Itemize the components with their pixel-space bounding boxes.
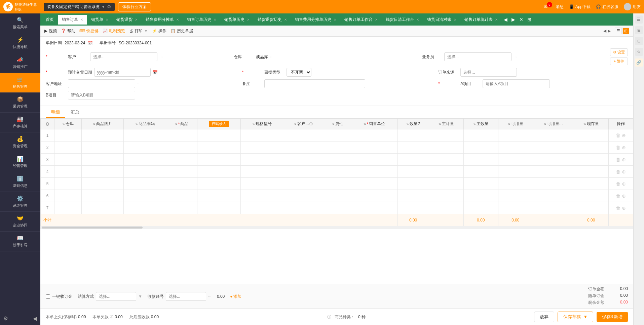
horizontal-scrollbar[interactable] <box>40 226 633 229</box>
delete-icon[interactable]: 🗑 <box>616 145 620 150</box>
right-icon-grid[interactable]: ⊞ <box>635 26 643 34</box>
note-input[interactable] <box>264 79 365 88</box>
th-main-unit[interactable]: ⇅主计量 <box>429 119 463 129</box>
tab-invoice-history[interactable]: 销货单历史 ✕ <box>220 15 254 25</box>
address-input[interactable] <box>68 79 135 88</box>
account-more-icon[interactable]: ··· <box>208 294 212 299</box>
th-product-code[interactable]: ⇅商品编码 <box>124 119 166 129</box>
view-video-item[interactable]: ▶ 视频 <box>44 28 57 34</box>
copy-icon[interactable]: ⊕ <box>622 169 626 174</box>
attachment-button[interactable]: + 附件 <box>610 57 628 65</box>
tab-order-stats[interactable]: 销售订单统计表 ✕ <box>460 15 502 25</box>
right-icon-link[interactable]: 🔗 <box>635 58 643 67</box>
history-item[interactable]: 📋 历史单据 <box>171 28 193 34</box>
tab-expense-history[interactable]: 销售费用分摊单历史 ✕ <box>291 15 340 25</box>
staff-more-icon[interactable]: ··· <box>514 54 517 59</box>
save-draft-button[interactable]: 保存草稿 ▼ <box>558 312 594 322</box>
right-icon-star[interactable]: ☆ <box>635 48 643 56</box>
tab-summary[interactable]: 汇总 <box>65 107 85 118</box>
tab-home[interactable]: 首页 <box>42 15 58 25</box>
tab-invoice[interactable]: 销货单 ✕ <box>87 15 112 25</box>
sidebar-settings-icon[interactable]: ⚙ <box>3 315 8 322</box>
settings-gear-icon[interactable]: ⚙ <box>107 4 111 9</box>
scan-button[interactable]: 扫码录入 <box>209 121 229 127</box>
warehouse-more-icon[interactable]: ··· <box>270 54 273 59</box>
tab-daily-clear[interactable]: 钱货日清工作台 ✕ <box>382 15 423 25</box>
copy-icon[interactable]: ⊕ <box>622 205 626 211</box>
th-unit[interactable]: ⇅*销售单位 <box>351 119 397 129</box>
tab-close-icon[interactable]: ✕ <box>135 18 138 22</box>
th-available2[interactable]: ⇅可用量... <box>533 119 574 129</box>
tab-close-all-button[interactable]: ✕ <box>517 15 525 24</box>
calendar-icon[interactable]: 📅 <box>88 41 93 45</box>
grid-view-icon[interactable]: ⊞ <box>622 28 629 34</box>
th-gear[interactable]: ⚙ <box>41 119 54 129</box>
tab-close-icon[interactable]: ✕ <box>375 18 378 22</box>
th-available[interactable]: ⇅可用量 <box>498 119 533 129</box>
add-payment-button[interactable]: ● 添加 <box>230 294 241 299</box>
customer-input[interactable] <box>90 52 157 61</box>
help-item[interactable]: ❓ 帮助 <box>61 28 75 34</box>
staff-input[interactable] <box>444 52 512 61</box>
tab-close-icon[interactable]: ✕ <box>334 18 336 22</box>
operations-item[interactable]: ⚡ 操作 <box>152 28 166 34</box>
save-new-button[interactable]: 保存&新增 <box>597 312 628 322</box>
sidebar-item-guide[interactable]: 📖 新手引导 <box>0 232 40 251</box>
industry-button[interactable]: 体验行业方案 <box>118 2 151 11</box>
profit-preview-item[interactable]: 📈 毛利预览 <box>103 28 125 34</box>
th-attribute[interactable]: ⇅属性 <box>324 119 351 129</box>
customer-more-icon[interactable]: ··· <box>159 54 163 59</box>
right-icon-list[interactable]: ☰ <box>635 15 643 24</box>
tab-close-icon[interactable]: ✕ <box>284 18 287 22</box>
delete-icon[interactable]: 🗑 <box>616 181 620 187</box>
tab-order-history[interactable]: 销售订单历史 ✕ <box>183 15 220 25</box>
print-item[interactable]: 🖨 打印 ▼ <box>129 28 148 34</box>
tab-next-button[interactable]: ▶ <box>509 15 517 24</box>
copy-icon[interactable]: ⊕ <box>622 193 626 199</box>
message-item[interactable]: ✉ 9 消息 <box>544 4 564 10</box>
quick-order-checkbox[interactable] <box>46 294 50 299</box>
th-qty2[interactable]: ⇅数量2 <box>397 119 429 129</box>
delete-icon[interactable]: 🗑 <box>616 133 620 138</box>
shortcut-item[interactable]: ⌨ 快捷键 <box>79 28 99 34</box>
save-draft-dropdown-icon[interactable]: ▼ <box>583 314 588 319</box>
tab-close-icon[interactable]: ✕ <box>214 18 216 22</box>
delete-icon[interactable]: 🗑 <box>616 169 620 174</box>
delivery-calendar-icon[interactable]: 📅 <box>153 70 158 75</box>
address-more-icon[interactable]: ··· <box>137 81 141 86</box>
tab-expand-button[interactable]: ⊞ <box>525 15 533 24</box>
tab-detail[interactable]: 明细 <box>46 107 65 118</box>
delete-icon[interactable]: 🗑 <box>616 157 620 162</box>
nav-prev-icon[interactable]: ◀ <box>603 29 606 33</box>
delete-icon[interactable]: 🗑 <box>616 205 620 211</box>
tab-close-icon[interactable]: ✕ <box>247 18 250 22</box>
copy-icon[interactable]: ⊕ <box>622 157 626 162</box>
sidebar-collapse-icon[interactable]: ◀ <box>33 315 37 322</box>
copy-icon[interactable]: ⊕ <box>622 145 626 150</box>
sidebar-item-basicinfo[interactable]: ℹ️ 基础信息 <box>0 172 40 192</box>
tab-close-icon[interactable]: ✕ <box>80 18 83 22</box>
th-customer-info[interactable]: ⇅客户...ⓘ <box>283 119 324 129</box>
settings-button[interactable]: ⚙ 设置 <box>610 48 628 56</box>
payment-dropdown-icon[interactable]: ▼ <box>138 294 142 299</box>
sidebar-item-quicknav[interactable]: ⚡ 快捷导航 <box>0 33 40 53</box>
th-product-img[interactable]: ⇅商品图片 <box>81 119 124 129</box>
tab-close-icon[interactable]: ✕ <box>416 18 419 22</box>
th-spec[interactable]: ⇅规格型号 <box>241 119 283 129</box>
sidebar-item-operations[interactable]: 📊 经营管理 <box>0 152 40 172</box>
th-product[interactable]: ⇅*商品 <box>166 119 197 129</box>
user-avatar[interactable]: 用友 <box>624 3 641 10</box>
th-warehouse[interactable]: ⇅仓库 <box>54 119 82 129</box>
system-title[interactable]: 装备及固定资产辅助管理系统 ▼ ⚙ <box>44 3 115 11</box>
abandon-button[interactable]: 放弃 <box>534 312 554 322</box>
right-icon-minus[interactable]: ⊟ <box>635 37 643 45</box>
tab-close-icon[interactable]: ✕ <box>106 18 108 22</box>
tab-close-icon[interactable]: ✕ <box>495 18 498 22</box>
app-download-item[interactable]: 📱 App下载 <box>569 4 591 10</box>
payment-method-input[interactable] <box>96 292 136 301</box>
sidebar-item-system[interactable]: ⚙️ 系统管理 <box>0 192 40 212</box>
th-main-qty[interactable]: ⇅主数量 <box>463 119 498 129</box>
project-a-input[interactable] <box>483 79 550 88</box>
tab-close-icon[interactable]: ✕ <box>176 18 179 22</box>
tab-sales-order[interactable]: 销售订单 ✕ <box>58 15 87 25</box>
